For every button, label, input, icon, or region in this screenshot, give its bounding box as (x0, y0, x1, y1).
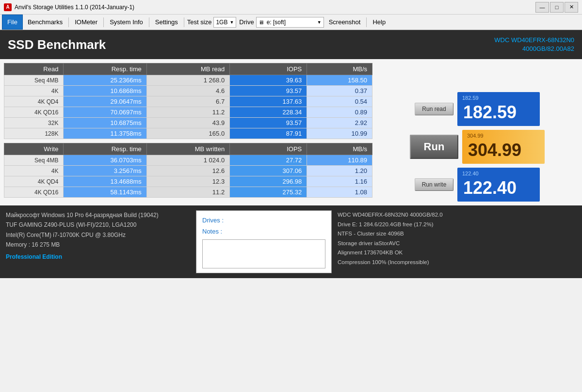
read-mbs-0: 158.50 (307, 75, 372, 86)
close-button[interactable]: ✕ (565, 2, 578, 13)
menu-file[interactable]: File (2, 15, 23, 30)
menu-settings[interactable]: Settings (150, 15, 183, 30)
write-iops-3: 275.32 (230, 187, 307, 198)
sys-info-line: Intel(R) Core(TM) i7-10700K CPU @ 3.80GH… (6, 230, 190, 240)
drive-info-line: Storage driver iaStorAVC (338, 239, 576, 249)
read-label-4: 32K (4, 118, 64, 128)
write-section: Write Resp. time MB written IOPS MB/s Se… (4, 143, 372, 198)
write-mbs-1: 1.20 (307, 166, 372, 176)
test-size-label: Test size (187, 18, 212, 26)
write-mbs-2: 1.16 (307, 176, 372, 187)
right-panel: Run read 182.59 182.59 Run 304.99 304.99… (376, 63, 578, 202)
read-mbread-0: 1 268.0 (146, 75, 229, 86)
write-resptime-1: 3.2567ms (64, 166, 146, 176)
read-resptime-0: 25.2366ms (64, 75, 146, 86)
menu-sysinfo[interactable]: System Info (105, 15, 148, 30)
write-score-label: 122.40 (462, 171, 479, 176)
read-mbread-5: 165.0 (146, 128, 229, 139)
write-col-mbs: MB/s (307, 143, 372, 155)
drives-notes-box: Drives : Notes : (196, 210, 332, 273)
read-mbread-4: 43.9 (146, 118, 229, 128)
read-label-5: 128K (4, 128, 64, 139)
read-resptime-4: 10.6875ms (64, 118, 146, 128)
read-resptime-1: 10.6868ms (64, 86, 146, 96)
minimize-button[interactable]: — (535, 2, 549, 13)
menu-bar: File Benchmarks IOMeter System Info Sett… (0, 15, 582, 30)
read-iops-2: 137.63 (230, 96, 307, 107)
read-label-0: Seq 4MB (4, 75, 64, 86)
write-col-mbwritten: MB written (146, 143, 229, 155)
write-mbwritten-3: 11.2 (146, 187, 229, 198)
read-mbs-2: 0.54 (307, 96, 372, 107)
read-mbread-3: 11.2 (146, 107, 229, 118)
run-button[interactable]: Run (410, 135, 458, 159)
drive-info-line: Alignment 1736704KB OK (338, 248, 576, 258)
menu-separator-3 (149, 17, 149, 27)
read-score-label: 182.59 (462, 95, 479, 101)
write-mbwritten-0: 1 024.0 (146, 155, 229, 166)
menu-separator-2 (103, 17, 104, 27)
write-mbwritten-2: 12.3 (146, 176, 229, 187)
drive-info-line: Compression 100% (Incompressible) (338, 258, 576, 267)
drives-input[interactable] (202, 239, 325, 268)
read-label-3: 4K QD16 (4, 107, 64, 118)
drive-info: WDC WD40EFRX-68N32N0 4000GB/82.0Drive E:… (338, 210, 576, 273)
read-row-4: 32K 10.6875ms 43.9 93.57 2.92 (4, 118, 372, 128)
read-iops-3: 228.34 (230, 107, 307, 118)
drive-info-line: Drive E: 1 284.6/220.4GB free (17.2%) (338, 220, 576, 230)
menu-separator-4 (184, 17, 184, 27)
read-resptime-5: 11.3758ms (64, 128, 146, 139)
menu-help[interactable]: Help (368, 15, 390, 30)
read-iops-4: 93.57 (230, 118, 307, 128)
read-resptime-2: 29.0647ms (64, 96, 146, 107)
drive-info-line: WDC WD40EFRX-68N32N0 4000GB/82.0 (338, 210, 576, 220)
read-section: Read Resp. time MB read IOPS MB/s Seq 4M… (4, 63, 372, 139)
read-header-row: Read Resp. time MB read IOPS MB/s (4, 63, 372, 75)
write-label-0: Seq 4MB (4, 155, 64, 166)
menu-iometer[interactable]: IOMeter (70, 15, 102, 30)
window-controls: — □ ✕ (535, 2, 578, 13)
write-resptime-0: 36.0703ms (64, 155, 146, 166)
total-score-value: 304.99 (468, 140, 521, 160)
write-resptime-3: 58.1143ms (64, 187, 146, 198)
menu-benchmarks[interactable]: Benchmarks (23, 15, 67, 30)
read-label-2: 4K QD4 (4, 96, 64, 107)
read-mbread-1: 4.6 (146, 86, 229, 96)
run-read-button[interactable]: Run read (415, 103, 453, 115)
app-title: Anvil's Storage Utilities 1.1.0 (2014-Ja… (15, 4, 134, 11)
drives-label: Drives : (202, 215, 325, 226)
write-col-resptime: Resp. time (64, 143, 146, 155)
total-score-box: 304.99 304.99 (462, 130, 545, 164)
run-write-button[interactable]: Run write (415, 178, 453, 191)
maximize-button[interactable]: □ (550, 2, 564, 13)
test-size-group: Test size 1GB ▼ (187, 17, 237, 28)
read-col-mbread: MB read (146, 63, 229, 75)
notes-label: Notes : (202, 226, 325, 237)
app-header: SSD Benchmark WDC WD40EFRX-68N32N0 4000G… (0, 30, 582, 59)
write-table: Write Resp. time MB written IOPS MB/s Se… (4, 143, 372, 198)
write-row-3: 4K QD16 58.1143ms 11.2 275.32 1.08 (4, 187, 372, 198)
write-header-row: Write Resp. time MB written IOPS MB/s (4, 143, 372, 155)
read-mbread-2: 6.7 (146, 96, 229, 107)
sys-info-line: Memory : 16 275 MB (6, 240, 190, 250)
write-score-value: 122.40 (463, 178, 517, 198)
read-mbs-3: 0.89 (307, 107, 372, 118)
read-iops-0: 39.63 (230, 75, 307, 86)
menu-separator-5 (366, 17, 367, 27)
pro-edition-label: Professional Edition (6, 252, 190, 262)
menu-screenshot[interactable]: Screenshot (324, 15, 366, 30)
read-table: Read Resp. time MB read IOPS MB/s Seq 4M… (4, 63, 372, 139)
test-size-select[interactable]: 1GB ▼ (213, 17, 236, 28)
write-row-1: 4K 3.2567ms 12.6 307.06 1.20 (4, 166, 372, 176)
read-score-box: 182.59 182.59 (457, 92, 540, 126)
write-col-label: Write (4, 143, 64, 155)
main-content: Read Resp. time MB read IOPS MB/s Seq 4M… (0, 59, 582, 205)
drive-label: Drive (239, 18, 254, 26)
drive-select[interactable]: 🖥 e: [soft] ▼ (256, 17, 324, 28)
write-mbs-0: 110.89 (307, 155, 372, 166)
run-total-row: Run 304.99 304.99 (410, 130, 545, 164)
footer: Майкрософт Windows 10 Pro 64-разрядная B… (0, 205, 582, 278)
bench-title: SSD Benchmark (8, 37, 106, 52)
read-mbs-4: 2.92 (307, 118, 372, 128)
read-row-3: 4K QD16 70.0697ms 11.2 228.34 0.89 (4, 107, 372, 118)
